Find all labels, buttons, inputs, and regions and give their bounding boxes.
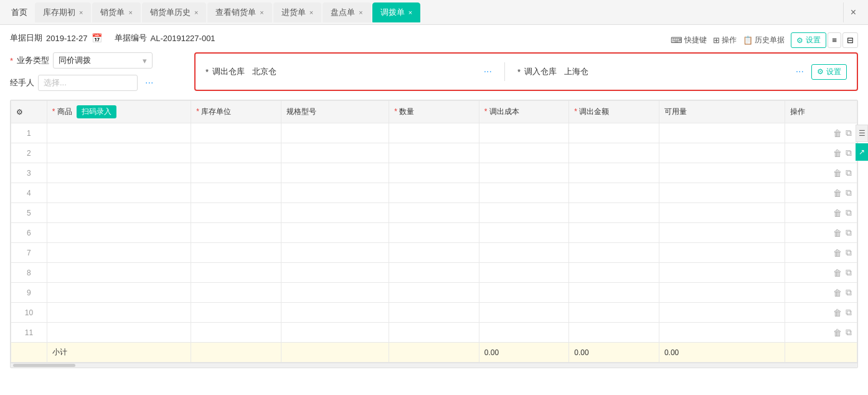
table-row: 6🗑⧉ <box>11 223 857 243</box>
table-row: 11🗑⧉ <box>11 323 857 343</box>
delete-icon[interactable]: 🗑 <box>833 328 842 338</box>
delete-icon[interactable]: 🗑 <box>833 188 842 198</box>
close-icon[interactable]: × <box>309 9 313 16</box>
gear-icon[interactable]: ⚙ <box>16 108 23 117</box>
close-icon[interactable]: × <box>79 9 83 16</box>
tab-home[interactable]: 首页 <box>5 2 34 22</box>
gear-icon: ⚙ <box>796 36 803 45</box>
sidebar-export-button[interactable]: ↗ <box>856 143 868 161</box>
delete-icon[interactable]: 🗑 <box>833 288 842 298</box>
tab-transfer[interactable]: 调拨单 × <box>372 2 420 22</box>
table-row: 8🗑⧉ <box>11 263 857 283</box>
transfer-in-warehouse: * 调入仓库 上海仓 ··· <box>517 66 804 77</box>
copy-icon[interactable]: ⧉ <box>846 128 852 138</box>
close-icon[interactable]: × <box>194 9 198 16</box>
column-spec: 规格型号 <box>281 101 389 123</box>
tab-view-sales[interactable]: 查看销货单 × <box>207 2 271 22</box>
window-close-button[interactable]: × <box>843 2 863 22</box>
scrollbar-thumb[interactable] <box>13 364 75 367</box>
copy-icon[interactable]: ⧉ <box>846 287 852 298</box>
transfer-out-warehouse: * 调出仓库 北京仓 ··· <box>205 66 492 77</box>
copy-icon[interactable]: ⧉ <box>846 267 852 278</box>
date-field: 单据日期 2019-12-27 📅 <box>10 32 102 44</box>
number-field: 单据编号 AL-20191227-001 <box>115 32 215 44</box>
gear-icon: ⚙ <box>817 67 824 76</box>
delete-icon[interactable]: 🗑 <box>833 128 842 138</box>
warehouse-divider <box>504 62 505 81</box>
business-type-field: * 业务类型 同价调拨 ▾ <box>10 52 184 69</box>
column-available: 可用量 <box>659 101 785 123</box>
dropdown-arrow-icon: ▾ <box>143 56 147 65</box>
table-row: 10🗑⧉ <box>11 303 857 323</box>
copy-icon[interactable]: ⧉ <box>846 307 852 318</box>
handler-field: 经手人 选择... ··· <box>10 75 184 91</box>
warehouse-section: * 调出仓库 北京仓 ··· * 调入仓库 上海仓 ··· ⚙ 设置 <box>194 52 858 91</box>
table-header-row: ⚙ * 商品 扫码录入 * 库存单位 规格型号 <box>11 101 857 123</box>
form-left: * 业务类型 同价调拨 ▾ 经手人 选择... ··· <box>10 52 184 91</box>
tab-inventory-init[interactable]: 库存期初 × <box>35 2 91 22</box>
table-row: 5🗑⧉ <box>11 203 857 223</box>
warehouse-group: * 调出仓库 北京仓 ··· * 调入仓库 上海仓 ··· <box>205 62 804 81</box>
transfer-out-more-button[interactable]: ··· <box>484 66 492 77</box>
close-icon[interactable]: × <box>359 9 362 16</box>
delete-icon[interactable]: 🗑 <box>833 268 842 278</box>
table-row: 4🗑⧉ <box>11 183 857 203</box>
delete-icon[interactable]: 🗑 <box>833 248 842 258</box>
right-sidebar: ☰ ↗ <box>856 125 868 161</box>
copy-icon[interactable]: ⧉ <box>846 207 852 218</box>
horizontal-scrollbar[interactable] <box>11 363 857 368</box>
delete-icon[interactable]: 🗑 <box>833 308 842 318</box>
delete-icon[interactable]: 🗑 <box>833 228 842 238</box>
table-row: 2🗑⧉ <box>11 143 857 163</box>
table-row: 7🗑⧉ <box>11 243 857 263</box>
shortcut-icon: ⌨ <box>671 36 682 45</box>
column-unit: * 库存单位 <box>191 101 281 123</box>
handler-more-button[interactable]: ··· <box>145 77 153 88</box>
data-table: ⚙ * 商品 扫码录入 * 库存单位 规格型号 <box>11 100 857 363</box>
copy-icon[interactable]: ⧉ <box>846 188 852 198</box>
delete-icon[interactable]: 🗑 <box>833 148 842 158</box>
business-type-select[interactable]: 同价调拨 ▾ <box>53 52 153 69</box>
tab-purchase-order[interactable]: 进货单 × <box>273 2 321 22</box>
tab-sales-order[interactable]: 销货单 × <box>92 2 140 22</box>
history-icon: 📋 <box>743 36 753 45</box>
toolbar-right: ⌨ 快捷键 ⊞ 操作 📋 历史单据 ⚙ 设置 ≡ ⊟ <box>671 32 858 48</box>
column-operation: 操作 <box>785 101 857 123</box>
column-qty: * 数量 <box>389 101 479 123</box>
copy-icon[interactable]: ⧉ <box>846 148 852 158</box>
sidebar-list-button[interactable]: ☰ <box>856 125 868 142</box>
column-goods: * 商品 扫码录入 <box>47 101 191 123</box>
close-icon[interactable]: × <box>260 9 263 16</box>
close-icon[interactable]: × <box>128 9 132 16</box>
operation-icon: ⊞ <box>713 36 720 45</box>
table-row: 3🗑⧉ <box>11 163 857 183</box>
transfer-table: ⚙ * 商品 扫码录入 * 库存单位 规格型号 <box>10 100 858 368</box>
main-content: 单据日期 2019-12-27 📅 单据编号 AL-20191227-001 ⌨… <box>0 25 868 376</box>
transfer-in-more-button[interactable]: ··· <box>796 66 804 77</box>
column-transfer-amount: * 调出金额 <box>569 101 659 123</box>
warehouse-settings-button[interactable]: ⚙ 设置 <box>811 64 847 80</box>
table-row: 9🗑⧉ <box>11 283 857 303</box>
delete-icon[interactable]: 🗑 <box>833 208 842 218</box>
column-transfer-cost: * 调出成本 <box>479 101 569 123</box>
layout-button[interactable]: ≡ <box>828 32 841 48</box>
settings-button[interactable]: ⚙ 设置 <box>791 32 826 48</box>
history-button[interactable]: 📋 历史单据 <box>743 35 785 45</box>
close-icon[interactable]: × <box>408 9 412 16</box>
copy-icon[interactable]: ⧉ <box>846 327 852 338</box>
grid-button[interactable]: ⊟ <box>842 32 858 48</box>
copy-icon[interactable]: ⧉ <box>846 247 852 258</box>
operation-button[interactable]: ⊞ 操作 <box>713 35 737 45</box>
column-setting[interactable]: ⚙ <box>11 101 47 123</box>
copy-icon[interactable]: ⧉ <box>846 168 852 178</box>
calendar-icon[interactable]: 📅 <box>92 33 102 43</box>
tab-sales-history[interactable]: 销货单历史 × <box>142 2 206 22</box>
tab-inventory-check[interactable]: 盘点单 × <box>323 2 370 22</box>
copy-icon[interactable]: ⧉ <box>846 227 852 238</box>
form-section: * 业务类型 同价调拨 ▾ 经手人 选择... ··· <box>10 52 858 91</box>
shortcut-key-button[interactable]: ⌨ 快捷键 <box>671 35 707 45</box>
table-row: 1🗑⧉ <box>11 123 857 143</box>
delete-icon[interactable]: 🗑 <box>833 168 842 178</box>
handler-select[interactable]: 选择... <box>38 75 138 91</box>
scan-entry-button[interactable]: 扫码录入 <box>77 105 116 118</box>
